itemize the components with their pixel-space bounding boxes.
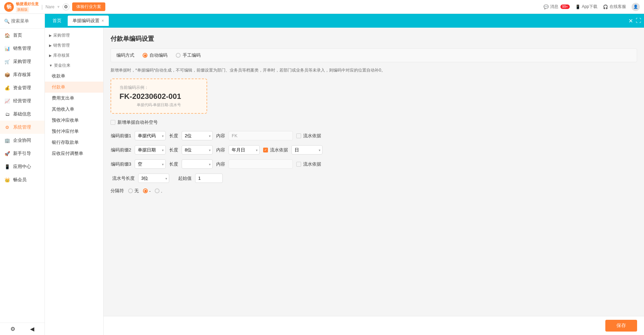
sep-dash-option[interactable]: - <box>143 188 151 194</box>
prefix2-length-select[interactable]: 8位 <box>182 145 213 155</box>
sidebar-item-apps[interactable]: 📱 应用中心 <box>0 160 45 173</box>
nav-item-bank-deposit[interactable]: 银行存取款单 <box>45 137 103 148</box>
settings-icon[interactable]: ⚙ <box>63 3 69 10</box>
prefix1-select-wrapper: 单据代码 <box>135 131 166 140</box>
form-row-prefix2: 编码前缀2 单据日期 长度 8位 内容 <box>110 145 637 155</box>
nav-item-advance-receipt[interactable]: 预收冲应收单 <box>45 115 103 126</box>
window-close-btn[interactable]: ✕ <box>628 18 633 24</box>
nav-group-sales[interactable]: ▶ 销售管理 <box>45 40 103 50</box>
nav-item-expense[interactable]: 费用支出单 <box>45 93 103 104</box>
nav-item-other-income[interactable]: 其他收入单 <box>45 104 103 115</box>
sep-none-option[interactable]: 无 <box>128 188 139 194</box>
message-label: 消息 <box>550 4 558 10</box>
prefix1-length-label: 长度 <box>169 133 178 139</box>
try-industry-btn[interactable]: 体验行业方案 <box>72 2 105 11</box>
start-value-input[interactable] <box>195 174 223 183</box>
sidebar-collapse-btn[interactable]: ◀ <box>30 326 34 332</box>
auto-fill-checkbox[interactable] <box>110 120 115 125</box>
start-value-label: 起始值 <box>178 175 192 182</box>
serial-length-select[interactable]: 3位 <box>138 174 169 183</box>
auto-code-option[interactable]: 自动编码 <box>143 52 167 58</box>
sep-dot-option[interactable]: . <box>155 188 162 194</box>
tab-code-settings[interactable]: 单据编码设置 × <box>68 16 109 26</box>
operation-icon: 📈 <box>4 98 10 104</box>
tab-bar-right: ✕ ⛶ <box>628 18 641 24</box>
breadcrumb-separator: | <box>41 4 43 10</box>
sidebar-item-finance[interactable]: 💰 资金管理 <box>0 81 45 94</box>
prefix3-content-label: 内容 <box>216 161 225 167</box>
prefix2-waterflow-checkbox[interactable]: ✓ <box>263 148 268 152</box>
service-btn[interactable]: 🎧 在线客服 <box>603 4 626 10</box>
prefix2-content-wrapper: 年月日 <box>229 145 260 155</box>
nav-group-purchase[interactable]: ▶ 采购管理 <box>45 30 103 40</box>
prefix3-waterflow-label[interactable]: 流水依据 <box>296 161 321 167</box>
search-icon: 🔍 <box>4 19 10 24</box>
prefix1-waterflow-label[interactable]: 流水依据 <box>296 133 321 139</box>
page-footer: 保存 <box>104 316 644 335</box>
prefix3-waterflow-checkbox[interactable] <box>296 162 301 167</box>
sidebar-item-system[interactable]: ⚙ 系统管理 <box>0 121 45 134</box>
sep-dot-radio[interactable] <box>155 188 160 193</box>
sidebar-settings-btn[interactable]: ⚙ <box>10 326 15 332</box>
logo-main-text: 畅捷通好生意 <box>16 1 39 7</box>
nav-item-ar-adjustment[interactable]: 应收应付调整单 <box>45 148 103 159</box>
sidebar-item-label-home: 首页 <box>13 32 22 38</box>
sidebar-item-enterprise[interactable]: 🏢 企业协同 <box>0 134 45 147</box>
nav-group-inventory-label: 库存核算 <box>53 53 70 58</box>
prefix3-label: 编码前缀3 <box>110 161 131 167</box>
prefix1-length-select[interactable]: 2位 <box>182 131 213 140</box>
nav-group-inventory[interactable]: ▶ 库存核算 <box>45 50 103 61</box>
prefix3-length-label: 长度 <box>169 161 178 167</box>
nav-group-capital[interactable]: ▼ 资金往来 <box>45 61 103 71</box>
chevron-down-icon: ▼ <box>49 64 52 67</box>
sep-dash-radio[interactable] <box>143 188 148 193</box>
sidebar-item-operation[interactable]: 📈 经营管理 <box>0 94 45 108</box>
prefix1-waterflow-checkbox[interactable] <box>296 133 301 138</box>
code-preview-label: 当前编码示例： <box>119 85 198 91</box>
manual-code-option[interactable]: 手工编码 <box>176 52 201 58</box>
separator-options: 无 - . <box>128 188 162 194</box>
message-btn[interactable]: 💬 消息 99+ <box>544 4 570 10</box>
dropdown-arrow[interactable]: ▾ <box>57 4 60 9</box>
app-download-btn[interactable]: 📱 App下载 <box>575 4 597 10</box>
prefix2-unit-select[interactable]: 日 <box>291 145 323 155</box>
window-max-btn[interactable]: ⛶ <box>636 18 641 24</box>
prefix1-waterflow-text: 流水依据 <box>303 133 321 139</box>
tab-code-label: 单据编码设置 <box>73 18 99 24</box>
prefix2-length-label: 长度 <box>169 147 178 153</box>
manual-code-radio[interactable] <box>176 53 181 58</box>
nav-item-advance-payment[interactable]: 预付冲应付单 <box>45 126 103 137</box>
prefix2-content-label: 内容 <box>216 147 225 153</box>
inner-layout: ▶ 采购管理 ▶ 销售管理 ▶ 库存核算 ▼ 资金往来 收款单 付款单 费用支出… <box>45 28 644 335</box>
sidebar-item-purchase[interactable]: 🛒 采购管理 <box>0 55 45 68</box>
sidebar-item-basic[interactable]: 🗂 基础信息 <box>0 108 45 121</box>
sidebar-item-inventory[interactable]: 📦 库存核算 <box>0 68 45 81</box>
nav-item-payment[interactable]: 付款单 <box>45 82 103 93</box>
tab-home[interactable]: 首页 <box>48 16 66 26</box>
user-avatar[interactable]: 👤 <box>632 3 640 11</box>
search-menu-btn[interactable]: 🔍 搜索菜单 <box>3 17 42 26</box>
sidebar-item-home[interactable]: 🏠 首页 <box>0 29 45 42</box>
sidebar-item-member[interactable]: 👑 畅会员 <box>0 173 45 186</box>
top-bar-right: 💬 消息 99+ 📱 App下载 🎧 在线客服 👤 <box>544 3 640 11</box>
code-preview-value: FK-20230602-001 <box>119 92 198 101</box>
tab-close-icon[interactable]: × <box>102 18 104 23</box>
prefix1-select[interactable]: 单据代码 <box>135 131 166 140</box>
nav-item-receipt[interactable]: 收款单 <box>45 71 103 82</box>
prefix2-waterflow-label[interactable]: ✓ 流水依据 <box>263 147 288 153</box>
prefix2-select[interactable]: 单据日期 <box>135 145 166 155</box>
layout: 🔍 搜索菜单 🏠 首页 📊 销售管理 🛒 采购管理 📦 库存核算 💰 资金管理 … <box>0 14 644 335</box>
prefix2-content-select[interactable]: 年月日 <box>229 145 260 155</box>
auto-code-radio[interactable] <box>143 53 147 58</box>
serial-length-label: 流水号长度 <box>110 175 135 182</box>
prefix1-content-label: 内容 <box>216 133 225 139</box>
prefix3-select[interactable]: 空 <box>135 159 166 169</box>
content-footer-wrapper: 付款单编码设置 编码方式 自动编码 手工编码 <box>104 28 644 335</box>
sep-none-radio[interactable] <box>128 188 133 193</box>
prefix3-length-select[interactable] <box>182 159 213 169</box>
auto-code-label: 自动编码 <box>150 52 167 58</box>
sidebar-item-sales[interactable]: 📊 销售管理 <box>0 42 45 55</box>
purchase-icon: 🛒 <box>4 58 10 65</box>
sidebar-item-guide[interactable]: 🚀 新手引导 <box>0 147 45 160</box>
save-button[interactable]: 保存 <box>605 320 637 332</box>
